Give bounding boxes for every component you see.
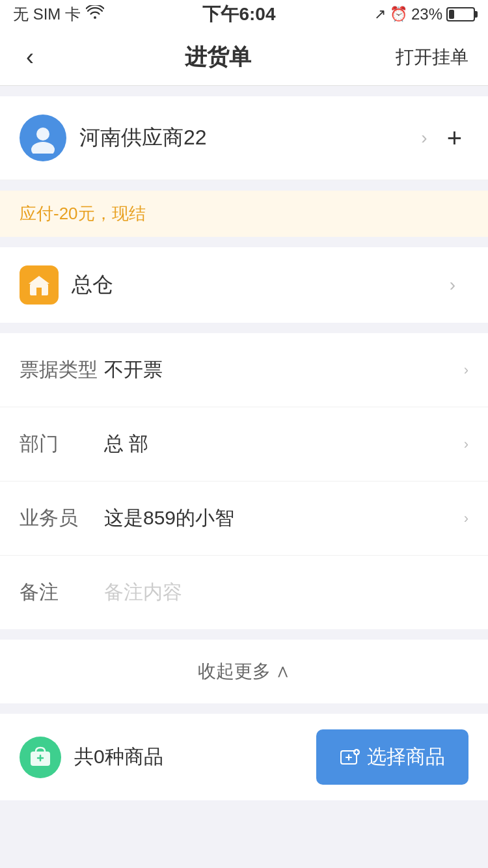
collapse-button[interactable]: 收起更多 ∧: [0, 640, 488, 703]
location-icon: ↗: [374, 6, 386, 23]
content: 河南供应商22 › + 应付-20元，现结 总仓 › 票据类型 不开票: [0, 96, 488, 820]
department-label: 部门: [20, 431, 98, 457]
department-value: 总 部: [104, 431, 464, 457]
warehouse-row[interactable]: 总仓 ›: [0, 247, 488, 323]
notice-bar: 应付-20元，现结: [0, 191, 488, 237]
form-section: 票据类型 不开票 › 部门 总 部 › 业务员 这是859的小智 › 备注 备注…: [0, 333, 488, 629]
warehouse-chevron-icon: ›: [450, 275, 455, 295]
open-pending-button[interactable]: 打开挂单: [396, 45, 468, 70]
svg-point-1: [31, 142, 55, 154]
select-goods-label: 选择商品: [367, 744, 445, 770]
select-goods-icon: [340, 747, 360, 768]
status-right: ↗ ⏰ 23%: [374, 5, 475, 23]
supplier-name: 河南供应商22: [79, 124, 421, 152]
warehouse-name: 总仓: [72, 271, 450, 299]
select-goods-button[interactable]: 选择商品: [316, 729, 468, 785]
status-left: 无 SIM 卡: [13, 4, 104, 25]
salesperson-row[interactable]: 业务员 这是859的小智 ›: [0, 481, 488, 556]
remark-input[interactable]: 备注内容: [104, 579, 468, 606]
svg-marker-3: [29, 276, 49, 284]
carrier-label: 无 SIM 卡: [13, 4, 81, 25]
supplier-avatar: [20, 115, 66, 161]
salesperson-chevron-icon: ›: [464, 510, 468, 527]
back-button[interactable]: ‹: [20, 37, 40, 77]
svg-point-0: [36, 128, 49, 141]
goods-count-label: 共0种商品: [74, 744, 316, 770]
page-title: 进货单: [185, 42, 251, 72]
department-row[interactable]: 部门 总 部 ›: [0, 407, 488, 481]
notice-text: 应付-20元，现结: [20, 204, 146, 223]
department-chevron-icon: ›: [464, 436, 468, 453]
nav-bar: ‹ 进货单 打开挂单: [0, 29, 488, 86]
remark-label: 备注: [20, 579, 98, 606]
add-supplier-button[interactable]: +: [441, 124, 468, 153]
salesperson-label: 业务员: [20, 505, 98, 532]
bottom-bar: 共0种商品 选择商品: [0, 714, 488, 800]
warehouse-icon: [20, 265, 59, 305]
alarm-icon: ⏰: [390, 6, 407, 23]
status-time: 下午6:04: [202, 2, 275, 27]
svg-rect-4: [36, 288, 42, 295]
invoice-type-label: 票据类型: [20, 357, 98, 383]
invoice-type-chevron-icon: ›: [464, 362, 468, 379]
supplier-chevron-icon: ›: [421, 128, 427, 148]
remark-row[interactable]: 备注 备注内容: [0, 556, 488, 629]
salesperson-value: 这是859的小智: [104, 505, 464, 532]
status-bar: 无 SIM 卡 下午6:04 ↗ ⏰ 23%: [0, 0, 488, 29]
supplier-row[interactable]: 河南供应商22 › +: [0, 96, 488, 180]
invoice-type-value: 不开票: [104, 357, 464, 383]
battery-percent: 23%: [411, 5, 442, 23]
goods-icon: [20, 737, 61, 778]
supplier-section: 河南供应商22 › +: [0, 96, 488, 180]
warehouse-section: 总仓 ›: [0, 247, 488, 323]
wifi-icon: [86, 5, 104, 23]
battery-icon: [446, 7, 475, 21]
invoice-type-row[interactable]: 票据类型 不开票 ›: [0, 333, 488, 407]
